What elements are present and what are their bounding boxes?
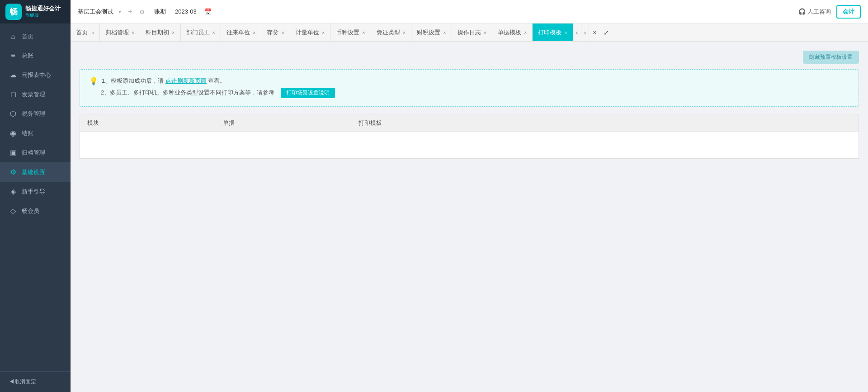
tab-taxsettings[interactable]: 财税设置 × [411,24,452,41]
sidebar-item-label: 税务管理 [22,110,45,118]
info-line1-a: 1、模板添加成功后，请 [102,77,164,84]
service-button[interactable]: 🎧 人工咨询 [798,8,831,16]
tab-vendor-label: 往来单位 [226,28,250,37]
tab-currency-label: 币种设置 [336,28,359,37]
tab-vendor[interactable]: 往来单位 × [221,24,261,41]
main-area: 基层工会测试 ▾ ＋ ⚙ 账期 2023-03 📅 🎧 人工咨询 会计 首页 ‹… [71,0,868,392]
tab-expand-button[interactable]: ⤢ [600,24,613,41]
tab-singletemp-close[interactable]: × [524,30,527,35]
sidebar-item-member[interactable]: ◇ 畅会员 [0,201,71,221]
top-header: 基层工会测试 ▾ ＋ ⚙ 账期 2023-03 📅 🎧 人工咨询 会计 [71,0,868,24]
headset-icon: 🎧 [798,8,806,15]
tab-unit[interactable]: 计量单位 × [290,24,330,41]
tab-printtemp-label: 打印模板 [538,28,561,37]
print-scene-button[interactable]: 打印场景设置说明 [281,88,335,98]
sidebar-item-ledger[interactable]: ≡ 总账 [0,46,71,65]
bulb-icon: 💡 [89,77,98,85]
tab-oplog[interactable]: 操作日志 × [452,24,492,41]
sidebar-logo: 畅 畅捷通好会计 旗舰版 [0,0,71,24]
sidebar-item-settings[interactable]: ⚙ 基础设置 [0,162,71,182]
info-row-1: 💡 1、模板添加成功后，请 点击刷新新页面 查看。 [89,76,849,86]
logo-text: 畅捷通好会计 旗舰版 [25,5,61,19]
ledger-icon: ≡ [9,52,17,60]
sidebar-unpin-button[interactable]: ◀取消固定 [0,371,71,392]
info-line2-a: 2、多员工、多打印机、多种业务类型设置不同打印方案等，请参考 [101,88,274,98]
content-area: 隐藏预置模板设置 💡 1、模板添加成功后，请 点击刷新新页面 查看。 2、多员工… [71,42,868,392]
info-line1-b: 查看。 [208,77,226,84]
sidebar-item-close[interactable]: ◉ 结账 [0,123,71,143]
col-module: 模块 [87,119,223,127]
info-row-2: 2、多员工、多打印机、多种业务类型设置不同打印方案等，请参考 打印场景设置说明 [101,88,849,98]
tab-vendor-close[interactable]: × [253,30,255,35]
tab-dept[interactable]: 部门员工 × [181,24,221,41]
archive-icon: ▣ [9,148,17,157]
logo-title: 畅捷通好会计 [25,5,61,12]
tab-next-button[interactable]: › [581,24,590,41]
tab-archive-label: 归档管理 [105,28,129,37]
info-text-1: 1、模板添加成功后，请 点击刷新新页面 查看。 [102,76,226,86]
sidebar-item-home[interactable]: ⌂ 首页 [0,27,71,46]
sidebar-nav: ⌂ 首页 ≡ 总账 ☁ 云报表中心 ◻ 发票管理 ⬡ 税务管理 ◉ 结账 ▣ 归… [0,24,71,371]
calendar-icon[interactable]: 📅 [204,8,212,15]
tab-unit-label: 计量单位 [296,28,319,37]
tab-currency-close[interactable]: × [362,30,365,35]
table-body [80,132,859,159]
tab-voucher-close[interactable]: × [403,30,406,35]
sidebar-item-label: 归档管理 [22,149,45,157]
add-tab-button[interactable]: ＋ [127,7,134,16]
refresh-link[interactable]: 点击刷新新页面 [165,77,207,84]
sidebar-item-archive[interactable]: ▣ 归档管理 [0,143,71,162]
company-name: 基层工会测试 [78,8,113,16]
tab-singletemp-label: 单据模板 [498,28,521,37]
home-tab-label: 首页 [76,28,88,37]
tab-voucher[interactable]: 凭证类型 × [371,24,411,41]
tax-icon: ⬡ [9,109,17,118]
service-label: 人工咨询 [807,8,831,16]
tab-archive[interactable]: 归档管理 × [100,24,140,41]
tab-printtemp[interactable]: 打印模板 × [533,24,573,41]
tab-voucher-label: 凭证类型 [377,28,400,37]
sidebar-item-reports[interactable]: ☁ 云报表中心 [0,65,71,85]
tab-subjects-label: 科目期初 [146,28,169,37]
cloud-icon: ☁ [9,71,17,79]
sidebar-item-guide[interactable]: ◈ 新手引导 [0,182,71,201]
tab-home-nav[interactable]: ‹ [90,24,94,41]
home-icon: ⌂ [9,33,17,41]
tab-inventory[interactable]: 存货 × [261,24,290,41]
sidebar-item-tax[interactable]: ⬡ 税务管理 [0,104,71,123]
sidebar-item-label: 结账 [22,129,33,137]
tab-oplog-close[interactable]: × [484,30,486,35]
tab-archive-close[interactable]: × [132,30,134,35]
unpin-label: ◀取消固定 [9,378,36,386]
close-period-icon: ◉ [9,129,17,137]
tab-subjects[interactable]: 科目期初 × [140,24,180,41]
tab-unit-close[interactable]: × [322,30,325,35]
company-dropdown-icon[interactable]: ▾ [118,9,121,15]
sidebar-item-label: 畅会员 [22,207,39,215]
tab-home[interactable]: 首页 ‹ [71,24,100,41]
sidebar-item-label: 基础设置 [22,168,45,176]
tab-close-all-button[interactable]: × [589,24,600,41]
invoice-icon: ◻ [9,90,17,99]
period-label: 账期 [154,8,166,16]
tab-prev-button[interactable]: ‹ [573,24,581,41]
tab-printtemp-close[interactable]: × [564,30,567,35]
tab-inventory-close[interactable]: × [281,30,284,35]
tab-dept-label: 部门员工 [186,28,210,37]
sidebar-item-invoice[interactable]: ◻ 发票管理 [0,85,71,104]
kuaiji-button[interactable]: 会计 [836,5,861,19]
tab-currency[interactable]: 币种设置 × [330,24,371,41]
sidebar-item-label: 首页 [22,33,33,41]
col-template: 打印模板 [359,119,851,127]
hide-template-button[interactable]: 隐藏预置模板设置 [803,51,859,64]
print-template-table: 模块 单据 打印模板 [80,114,859,159]
tab-subjects-close[interactable]: × [172,30,175,35]
tab-dept-close[interactable]: × [212,30,215,35]
settings-button[interactable]: ⚙ [139,8,145,15]
tab-inventory-label: 存货 [267,28,278,37]
sidebar: 畅 畅捷通好会计 旗舰版 ⌂ 首页 ≡ 总账 ☁ 云报表中心 ◻ 发票管理 ⬡ … [0,0,71,392]
guide-icon: ◈ [9,187,17,196]
tab-singletemp[interactable]: 单据模板 × [492,24,533,41]
tab-taxsettings-close[interactable]: × [443,30,446,35]
tab-oplog-label: 操作日志 [458,28,481,37]
